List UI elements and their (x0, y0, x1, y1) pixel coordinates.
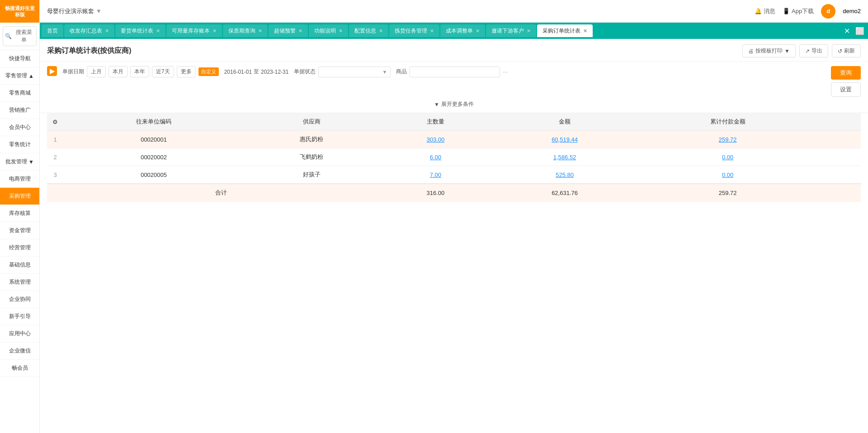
date-7days-btn[interactable]: 近7天 (152, 66, 174, 77)
gear-icon[interactable]: ⚙ (52, 119, 58, 125)
settings-button[interactable]: 设置 (831, 82, 861, 97)
tab-close-icon[interactable]: ✕ (339, 28, 343, 34)
row-amount[interactable]: 60,519.44 (492, 131, 637, 148)
goods-filter: 商品 ··· (396, 67, 508, 77)
sidebar-item-finance[interactable]: 资金管理 (0, 222, 39, 239)
th-settings[interactable]: ⚙ (47, 113, 63, 131)
sidebar-item-system[interactable]: 系统管理 (0, 274, 39, 291)
sidebar-item-wholesale[interactable]: 批发管理 ▼ (0, 153, 39, 171)
row-qty[interactable]: 303.00 (379, 131, 492, 148)
refresh-button[interactable]: ↺ 刷新 (832, 44, 861, 57)
row-no: 1 (47, 131, 63, 148)
filter-toggle-button[interactable]: ▶ (47, 66, 57, 76)
sidebar-item-retail[interactable]: 零售管理 ▲ (0, 67, 39, 85)
message-button[interactable]: 🔔 消息 (755, 7, 775, 15)
sidebar-item-app-center[interactable]: 应用中心 (0, 325, 39, 343)
tab-invite-downstream[interactable]: 邀请下游客户 ✕ (486, 24, 536, 37)
query-button[interactable]: 查询 (831, 66, 861, 80)
row-qty[interactable]: 7.00 (379, 166, 492, 184)
tab-config-info[interactable]: 配置信息 ✕ (349, 24, 388, 37)
print-button[interactable]: 🖨 按模板打印 ▼ (742, 44, 796, 57)
goods-more-icon[interactable]: ··· (503, 68, 508, 75)
tab-close-icon[interactable]: ✕ (212, 28, 217, 34)
tab-home[interactable]: 首页 (42, 24, 63, 37)
sidebar-item-operations[interactable]: 经营管理 (0, 239, 39, 257)
date-separator: 至 (254, 68, 259, 76)
row-amount[interactable]: 1,586.52 (492, 148, 637, 166)
tab-close-icon[interactable]: ✕ (476, 28, 480, 34)
expand-icon: ▼ (434, 101, 439, 108)
goods-input[interactable] (410, 67, 500, 77)
tab-close-icon[interactable]: ✕ (527, 28, 531, 34)
sidebar-item-retail-stat[interactable]: 零售统计 (0, 136, 39, 153)
summary-empty (47, 184, 63, 202)
date-more-btn[interactable]: 更多 (177, 66, 196, 77)
printer-icon: 🖨 (748, 48, 754, 54)
date-this-month-btn[interactable]: 本月 (108, 66, 127, 77)
sidebar-item-quick-nav[interactable]: 快捷导航 (0, 50, 39, 67)
tab-pick-task[interactable]: 拣货任务管理 ✕ (389, 24, 439, 37)
tab-expiry-query[interactable]: 保质期查询 ✕ (223, 24, 268, 37)
refresh-icon: ↺ (838, 48, 842, 54)
date-filter: 单据日期 上月 本月 本年 近7天 更多 自定义 (62, 66, 219, 77)
th-code: 往来单位编码 (63, 113, 244, 131)
sidebar-item-purchase[interactable]: 采购管理 (0, 188, 39, 205)
tab-cost-adjust[interactable]: 成本调整单 ✕ (440, 24, 485, 37)
sidebar-item-member[interactable]: 会员中心 (0, 119, 39, 136)
filter-main: 单据日期 上月 本月 本年 近7天 更多 自定义 2016-01-01 至 20… (62, 66, 826, 77)
th-amount: 金额 (492, 113, 637, 131)
expand-more-button[interactable]: ▼ 展开更多条件 (434, 100, 474, 108)
app-download-button[interactable]: 📱 App下载 (783, 7, 814, 15)
tab-close-icon[interactable]: ✕ (583, 28, 587, 34)
sidebar-search-area[interactable]: 🔍 搜索菜单 (0, 23, 39, 50)
tab-purchase-summary[interactable]: 采购订单统计表 ✕ (537, 24, 593, 37)
tab-overstock-warning[interactable]: 超储预警 ✕ (269, 24, 308, 37)
sidebar-item-ecommerce[interactable]: 电商管理 (0, 171, 39, 188)
sidebar-item-marketing[interactable]: 营销推广 (0, 102, 39, 119)
maximize-button[interactable]: ⬜ (854, 26, 866, 36)
date-this-year-btn[interactable]: 本年 (130, 66, 149, 77)
app-logo: 畅捷通好生意 标版 (0, 0, 39, 23)
row-amount[interactable]: 525.80 (492, 166, 637, 184)
tab-order-summary[interactable]: 要货单统计表 ✕ (115, 24, 165, 37)
summary-amount: 62,631.76 (492, 184, 637, 202)
sidebar-item-vip-member[interactable]: 畅会员 (0, 360, 39, 377)
tab-close-icon[interactable]: ✕ (105, 28, 109, 34)
row-qty[interactable]: 6.00 (379, 148, 492, 166)
row-paid[interactable]: 259.72 (637, 131, 818, 148)
status-select[interactable] (318, 67, 391, 77)
summary-label: 合计 (63, 184, 379, 202)
th-supplier: 供应商 (244, 113, 379, 131)
th-paid: 累计付款金额 (637, 113, 818, 131)
row-paid[interactable]: 0.00 (637, 148, 818, 166)
topbar-left: 母婴行业演示账套 ▼ (47, 7, 102, 15)
table-row: 1 00020001 惠氏奶粉 303.00 60,519.44 259.72 (47, 131, 861, 148)
date-from: 2016-01-01 (224, 69, 252, 75)
tab-close-icon[interactable]: ✕ (156, 28, 160, 34)
sidebar-item-basic-info[interactable]: 基础信息 (0, 257, 39, 274)
tab-receive-summary[interactable]: 收发存汇总表 ✕ (64, 24, 114, 37)
sidebar-item-enterprise-collab[interactable]: 企业协同 (0, 291, 39, 308)
sidebar-item-retail-store[interactable]: 零售商城 (0, 85, 39, 102)
tab-close-icon[interactable]: ✕ (298, 28, 302, 34)
page-header: 采购订单统计表(按供应商) 🖨 按模板打印 ▼ ↗ 导出 ↺ 刷新 (40, 39, 868, 62)
tab-close-icon[interactable]: ✕ (258, 28, 262, 34)
tab-function-desc[interactable]: 功能说明 ✕ (309, 24, 348, 37)
tab-close-icon[interactable]: ✕ (430, 28, 434, 34)
user-avatar[interactable]: d (821, 4, 835, 19)
tab-close-icon[interactable]: ✕ (379, 28, 383, 34)
date-prev-month-btn[interactable]: 上月 (87, 66, 106, 77)
tabbar-actions: ✕ ⬜ (842, 26, 866, 36)
sidebar-item-enterprise-wechat[interactable]: 企业微信 (0, 343, 39, 360)
close-all-tabs-button[interactable]: ✕ (842, 26, 852, 36)
tab-available-stock[interactable]: 可用量库存账本 ✕ (166, 24, 222, 37)
page-content: 采购订单统计表(按供应商) 🖨 按模板打印 ▼ ↗ 导出 ↺ 刷新 (40, 39, 868, 433)
row-supplier: 飞鹤奶粉 (244, 148, 379, 166)
date-range-display: 2016-01-01 至 2023-12-31 (224, 68, 289, 76)
search-menu-button[interactable]: 🔍 搜索菜单 (3, 26, 37, 46)
sidebar-item-new-guide[interactable]: 新手引导 (0, 308, 39, 325)
row-paid[interactable]: 0.00 (637, 166, 818, 184)
export-button[interactable]: ↗ 导出 (799, 44, 828, 57)
workspace-selector[interactable]: 母婴行业演示账套 ▼ (47, 7, 102, 15)
sidebar-item-inventory[interactable]: 库存核算 (0, 205, 39, 222)
